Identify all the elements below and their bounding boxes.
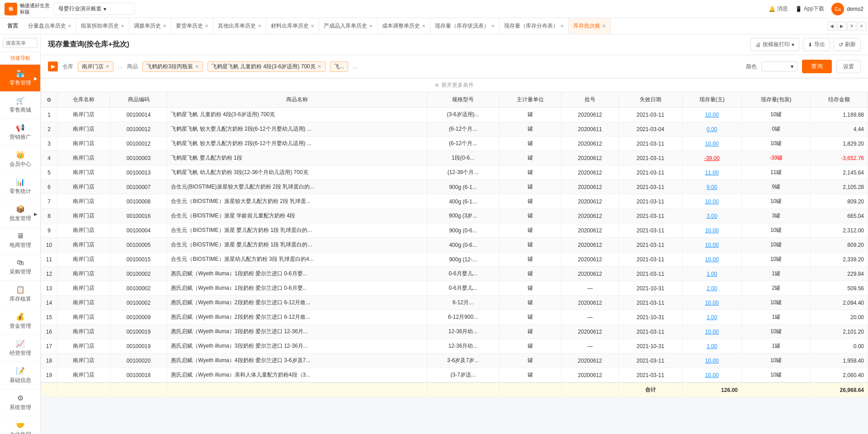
cell-qty-pkg: 1罐 [741,339,811,354]
sidebar-item-marketing[interactable]: 📢 营销推广 [0,119,40,146]
tab-xiancunliang-zhuangkuang[interactable]: 现存量（库存状况表） ✕ [430,18,500,34]
table-row: 14 南岸门店 00100002 惠氏启赋（Wyeth illuma）2段奶粉 … [41,296,868,310]
industry-selector[interactable]: 母婴行业演示账套 ▾ [53,3,135,15]
cell-qty-main[interactable]: 10.00 [682,325,741,339]
cell-name: 合生元（BIOSTIME）派星 婴儿配方奶粉 1段 乳球蛋白的... [167,238,427,252]
close-icon[interactable]: ✕ [311,24,314,28]
cell-warehouse: 南岸门店 [57,267,110,281]
table-row: 5 南岸门店 00100013 飞鹤星飞帆 幼儿配方奶粉 3段(12-36个月幼… [41,165,868,180]
user-menu[interactable]: Ea demo2 [831,3,863,15]
close-icon[interactable]: ✕ [491,24,495,28]
cell-qty-main[interactable]: 9.00 [682,180,741,194]
product-filter-tag-3[interactable]: 飞... [330,61,348,72]
close-icon[interactable]: ✕ [163,24,166,28]
sidebar-item-ecommerce[interactable]: 🖥 电商管理 [0,227,40,254]
stats-icon: 📊 [16,178,25,186]
color-dropdown[interactable]: ▾ [761,61,797,71]
sidebar-item-enterprise[interactable]: 🤝 企业协同 [0,416,40,434]
warehouse-filter-tag[interactable]: 南岸门店 ✕ [78,61,113,72]
cell-no: 16 [41,325,57,339]
message-button[interactable]: 🔔 消息 [769,5,788,13]
tab-qitachuku[interactable]: 其他出库单历史 ✕ [213,18,266,34]
cell-qty-main[interactable]: 3.00 [682,209,741,223]
sidebar-quick-nav[interactable]: 快捷导航 [0,52,40,65]
close-icon[interactable]: ✕ [121,24,124,28]
nav-close-button[interactable]: ✕ [847,22,856,31]
tab-chenben[interactable]: 成本调整单历史 ✕ [377,18,430,34]
close-icon[interactable]: ✕ [560,24,564,28]
close-icon[interactable]: ✕ [602,24,606,28]
product-filter-tag-1[interactable]: 飞鹤奶粉3段丙瓶装 ✕ [142,61,203,72]
cell-amount: 1,958.40 [811,354,868,368]
sidebar-item-mall[interactable]: 🛒 零售商城 [0,92,40,119]
cell-amount: 809.20 [811,194,868,209]
close-icon[interactable]: ✕ [105,64,109,70]
close-icon[interactable]: ✕ [422,24,425,28]
setting-button[interactable]: 设置 [836,60,861,73]
cell-qty-main[interactable]: 10.00 [682,223,741,238]
nav-menu-button[interactable]: ≡ [857,22,866,31]
tab-cailiao[interactable]: 材料出库单历史 ✕ [266,18,319,34]
expand-more-button[interactable]: ⊕ 展开更多条件 [41,78,868,92]
refresh-button[interactable]: ↺ 刷新 [834,38,861,51]
tab-yaohuo[interactable]: 要货单历史 ✕ [171,18,213,34]
cell-qty-main[interactable]: 10.00 [682,368,741,383]
sidebar-item-member[interactable]: 👑 会员中心 [0,146,40,173]
export-button[interactable]: ⬇ 导出 [803,38,830,51]
close-icon[interactable]: ✕ [68,24,71,28]
sidebar-item-purchase[interactable]: 🛍 采购管理 [0,254,40,281]
cell-qty-main[interactable]: 11.00 [682,165,741,180]
sidebar-item-retail-stats[interactable]: 📊 零售统计 [0,173,40,200]
cell-qty-main[interactable]: 10.00 [682,296,741,310]
tab-kucun-pici[interactable]: 库存批次账 ✕ [569,18,611,34]
sidebar-item-basic[interactable]: 📝 基础信息 [0,362,40,389]
close-icon[interactable]: ✕ [258,24,261,28]
close-icon[interactable]: ✕ [205,24,208,28]
nav-right-button[interactable]: ▶ [837,22,846,31]
cell-qty-main[interactable]: 10.00 [682,194,741,209]
cell-qty-main[interactable]: 2.00 [682,281,741,296]
cell-qty-main[interactable]: 0.00 [682,122,741,137]
settings-icon[interactable]: ⚙ [47,97,52,103]
cell-expiry: 2021-10-31 [618,310,682,325]
cell-spec: 0-6月婴儿... [427,267,499,281]
product-filter-tag-2[interactable]: 飞鹤星飞帆 儿童奶粉 4段(3-6岁适用) 700克 ✕ [208,61,326,72]
cell-qty-main[interactable]: 10.00 [682,238,741,252]
product-more-button[interactable]: ... [353,63,357,70]
cell-code: 00100019 [110,339,167,354]
cell-name: 合生元（BIOSTIME）派星较大婴儿配方奶粉 2段 乳球蛋... [167,194,427,209]
tab-fenliang[interactable]: 分量盘点单历史 ✕ [24,18,76,34]
nav-left-button[interactable]: ◀ [827,22,836,31]
sidebar-item-operation[interactable]: 📈 经营管理 [0,335,40,362]
cell-qty-main[interactable]: 10.00 [682,137,741,151]
cell-qty-main[interactable]: 1.00 [682,310,741,325]
cell-expiry: 2021-03-11 [618,151,682,165]
sidebar-item-system[interactable]: ⚙ 系统管理 [0,389,40,416]
sidebar-item-retail[interactable]: 🏪 零售管理 ▶ [0,65,40,92]
close-icon[interactable]: ✕ [317,64,321,70]
query-button[interactable]: 查询 [802,60,832,73]
app-download-button[interactable]: 📱 App下载 [795,5,824,13]
cell-qty-main[interactable]: 10.00 [682,354,741,368]
cell-qty-main[interactable]: 10.00 [682,252,741,267]
top-bar: 畅 畅捷通好生意 标版 母婴行业演示账套 ▾ 🔔 消息 📱 App下载 Ea d… [0,0,868,18]
more-button[interactable]: ... [118,63,123,70]
close-icon[interactable]: ✕ [195,64,199,70]
cell-qty-main[interactable]: 1.00 [682,267,741,281]
tab-xiancunliang-fenbiao[interactable]: 现存量（库存分布表） ✕ [500,18,569,34]
cell-qty-main[interactable]: 1.00 [682,339,741,354]
cell-qty-main[interactable]: 10.00 [682,108,741,122]
cell-code: 00100002 [110,296,167,310]
filter-expand-button[interactable]: ▶ [48,61,58,71]
close-icon[interactable]: ✕ [369,24,373,28]
print-button[interactable]: 🖨 按模板打印 ▾ [750,38,799,51]
tab-chancheng[interactable]: 产成品入库单历史 ✕ [319,18,377,34]
cell-qty-main[interactable]: -39.00 [682,151,741,165]
sidebar-item-finance[interactable]: 💰 资金管理 [0,308,40,335]
search-input[interactable] [3,38,38,48]
sidebar-item-wholesale[interactable]: 📦 批发管理 ▶ [0,200,40,227]
sidebar-item-inventory[interactable]: 📋 库存核算 [0,281,40,308]
home-tab[interactable]: 首页 [2,18,24,34]
tab-zuzhuang[interactable]: 组装拆卸单历史 ✕ [76,18,129,34]
tab-diaobo[interactable]: 调拨单历史 ✕ [129,18,171,34]
